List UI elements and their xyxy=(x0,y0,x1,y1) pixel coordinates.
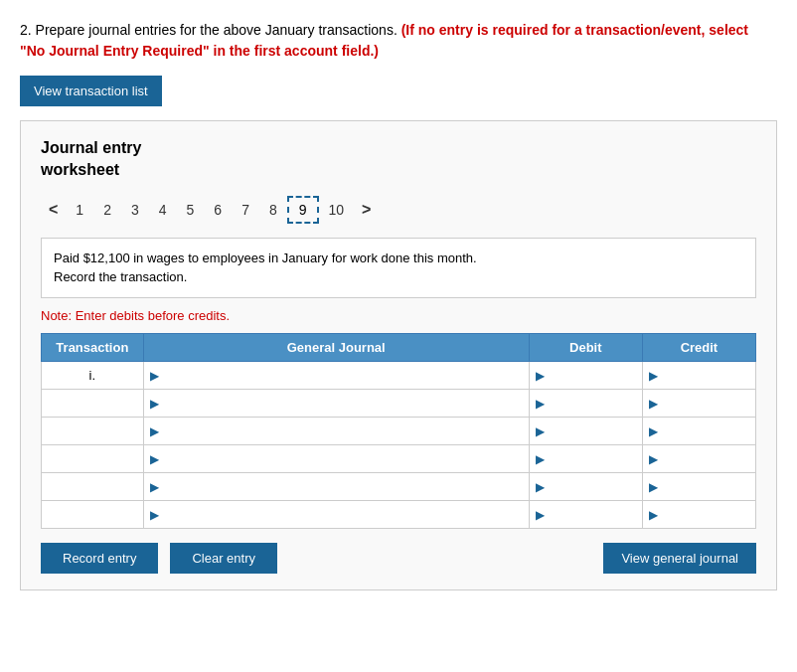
transaction-cell-3 xyxy=(42,417,144,444)
journal-table: Transaction General Journal Debit Credit… xyxy=(41,333,756,529)
clear-entry-button[interactable]: Clear entry xyxy=(170,543,277,574)
credit-indicator-1: ▶ xyxy=(649,369,658,383)
pagination-item-7[interactable]: 7 xyxy=(232,198,259,222)
pagination-item-9[interactable]: 9 xyxy=(287,196,319,224)
row-indicator-2: ▶ xyxy=(150,397,159,411)
question-number: 2. xyxy=(20,22,32,38)
pagination-item-2[interactable]: 2 xyxy=(93,198,121,222)
credit-cell-6[interactable]: ▶ xyxy=(642,500,755,528)
debit-indicator-2: ▶ xyxy=(536,397,545,411)
credit-indicator-5: ▶ xyxy=(649,480,658,494)
pagination: < 1 2 3 4 5 6 7 8 9 10 > xyxy=(41,196,756,224)
debit-cell-4[interactable]: ▶ xyxy=(529,444,642,472)
debit-cell-2[interactable]: ▶ xyxy=(529,389,642,417)
debit-indicator-1: ▶ xyxy=(536,369,545,383)
table-row: ▶ ▶ ▶ xyxy=(42,417,756,444)
credit-indicator-4: ▶ xyxy=(649,452,658,466)
credit-cell-5[interactable]: ▶ xyxy=(642,472,755,500)
col-header-credit: Credit xyxy=(642,333,755,361)
credit-cell-3[interactable]: ▶ xyxy=(642,417,755,444)
col-header-general-journal: General Journal xyxy=(143,333,529,361)
general-journal-cell-1[interactable]: ▶ xyxy=(143,361,529,389)
general-journal-cell-6[interactable]: ▶ xyxy=(143,500,529,528)
debit-indicator-4: ▶ xyxy=(536,452,545,466)
view-transaction-button[interactable]: View transaction list xyxy=(20,76,162,106)
general-journal-cell-3[interactable]: ▶ xyxy=(143,417,529,444)
pagination-item-6[interactable]: 6 xyxy=(204,198,232,222)
credit-indicator-3: ▶ xyxy=(649,424,658,438)
transaction-cell-2 xyxy=(42,389,144,417)
description-line2: Record the transaction. xyxy=(54,269,187,284)
transaction-cell-6 xyxy=(42,500,144,528)
credit-cell-4[interactable]: ▶ xyxy=(642,444,755,472)
description-line1: Paid $12,100 in wages to employees in Ja… xyxy=(54,251,477,265)
debit-indicator-5: ▶ xyxy=(536,480,545,494)
record-entry-button[interactable]: Record entry xyxy=(41,543,158,574)
pagination-prev[interactable]: < xyxy=(41,197,66,223)
credit-indicator-6: ▶ xyxy=(649,508,658,522)
col-header-debit: Debit xyxy=(529,333,642,361)
row-indicator-1: ▶ xyxy=(150,369,159,383)
pagination-item-8[interactable]: 8 xyxy=(259,198,287,222)
note-text: Note: Enter debits before credits. xyxy=(41,308,756,323)
table-row: ▶ ▶ ▶ xyxy=(42,389,756,417)
row-indicator-4: ▶ xyxy=(150,452,159,466)
pagination-item-10[interactable]: 10 xyxy=(319,198,355,222)
row-indicator-3: ▶ xyxy=(150,424,159,438)
general-journal-cell-4[interactable]: ▶ xyxy=(143,444,529,472)
credit-indicator-2: ▶ xyxy=(649,397,658,411)
debit-indicator-3: ▶ xyxy=(536,424,545,438)
pagination-next[interactable]: > xyxy=(354,197,379,223)
debit-cell-6[interactable]: ▶ xyxy=(529,500,642,528)
col-header-transaction: Transaction xyxy=(42,333,144,361)
credit-cell-1[interactable]: ▶ xyxy=(642,361,755,389)
transaction-cell-5 xyxy=(42,472,144,500)
debit-cell-3[interactable]: ▶ xyxy=(529,417,642,444)
transaction-description: Paid $12,100 in wages to employees in Ja… xyxy=(41,238,756,298)
table-row: ▶ ▶ ▶ xyxy=(42,500,756,528)
debit-indicator-6: ▶ xyxy=(536,508,545,522)
worksheet-container: Journal entry worksheet < 1 2 3 4 5 6 7 … xyxy=(20,120,777,590)
pagination-item-1[interactable]: 1 xyxy=(66,198,93,222)
transaction-cell-4 xyxy=(42,444,144,472)
transaction-cell-1: i. xyxy=(42,361,144,389)
table-row: ▶ ▶ ▶ xyxy=(42,472,756,500)
table-row: i. ▶ ▶ ▶ xyxy=(42,361,756,389)
question-header: 2. Prepare journal entries for the above… xyxy=(20,20,777,62)
pagination-item-4[interactable]: 4 xyxy=(149,198,177,222)
question-text: Prepare journal entries for the above Ja… xyxy=(36,22,398,38)
worksheet-title: Journal entry worksheet xyxy=(41,137,756,182)
general-journal-cell-2[interactable]: ▶ xyxy=(143,389,529,417)
debit-cell-5[interactable]: ▶ xyxy=(529,472,642,500)
row-indicator-5: ▶ xyxy=(150,480,159,494)
debit-cell-1[interactable]: ▶ xyxy=(529,361,642,389)
credit-cell-2[interactable]: ▶ xyxy=(642,389,755,417)
buttons-row: Record entry Clear entry View general jo… xyxy=(41,543,756,574)
row-indicator-6: ▶ xyxy=(150,508,159,522)
general-journal-cell-5[interactable]: ▶ xyxy=(143,472,529,500)
view-general-journal-button[interactable]: View general journal xyxy=(603,543,756,574)
table-row: ▶ ▶ ▶ xyxy=(42,444,756,472)
pagination-item-3[interactable]: 3 xyxy=(121,198,149,222)
pagination-item-5[interactable]: 5 xyxy=(177,198,205,222)
